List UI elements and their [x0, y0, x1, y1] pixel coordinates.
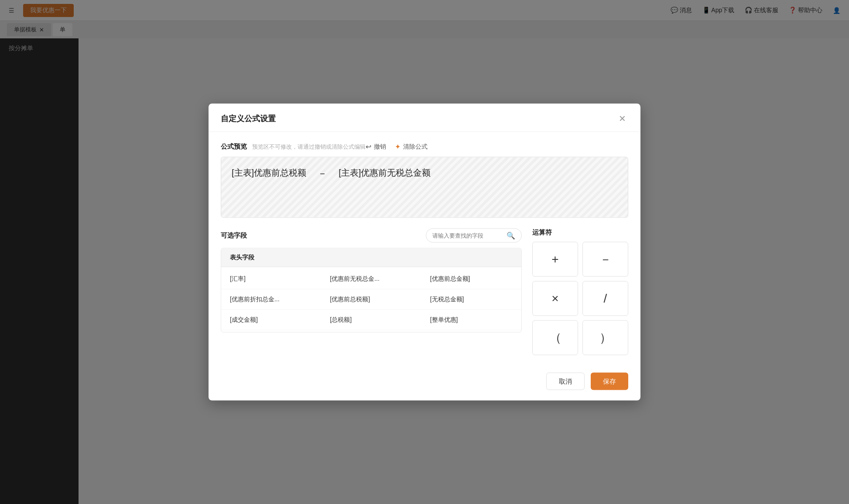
formula-operator: － — [314, 167, 331, 180]
formula-preview-box: [主表]优惠前总税额 － [主表]优惠前无税总金额 — [221, 157, 628, 218]
dialog-footer: 取消 保存 — [209, 366, 640, 401]
operators-title: 运算符 — [532, 228, 628, 237]
lower-section: 可选字段 🔍 表头字段 [汇率] [优惠前无税总金... [优惠前总金额] — [221, 228, 628, 355]
clear-label: 清除公式 — [403, 143, 428, 150]
dialog-close-button[interactable]: ✕ — [616, 112, 628, 125]
fields-panel: 可选字段 🔍 表头字段 [汇率] [优惠前无税总金... [优惠前总金额] — [221, 228, 522, 355]
formula-preview-label: 公式预览 — [221, 143, 247, 151]
field-item[interactable]: [优惠前折扣总金... — [221, 289, 321, 310]
fields-grid: [汇率] [优惠前无税总金... [优惠前总金额] [优惠前折扣总金... [优… — [221, 267, 521, 332]
operator-plus[interactable]: + — [532, 242, 578, 277]
formula-part1: [主表]优惠前总税额 — [232, 167, 306, 179]
fields-table: 表头字段 [汇率] [优惠前无税总金... [优惠前总金额] [优惠前折扣总金.… — [221, 248, 522, 333]
dialog-header: 自定义公式设置 ✕ — [209, 104, 640, 132]
field-item[interactable]: [汇率] — [221, 269, 321, 289]
field-item[interactable]: [整单优惠] — [421, 310, 521, 330]
clear-formula-button[interactable]: ✦ 清除公式 — [395, 143, 428, 151]
formula-actions: ↩ 撤销 ✦ 清除公式 — [366, 143, 428, 151]
formula-preview-hint: 预览区不可修改，请通过撤销或清除公式编辑 — [252, 143, 366, 150]
field-item[interactable]: [优惠前总金额] — [421, 269, 521, 289]
formula-dialog: 自定义公式设置 ✕ 公式预览 预览区不可修改，请通过撤销或清除公式编辑 ↩ 撤销… — [209, 104, 640, 401]
save-button[interactable]: 保存 — [591, 373, 628, 390]
fields-search-input[interactable] — [432, 232, 503, 239]
formula-part2: [主表]优惠前无税总金额 — [339, 167, 431, 179]
fields-search-box[interactable]: 🔍 — [426, 228, 522, 243]
field-item[interactable]: [总税额] — [321, 310, 421, 330]
field-item[interactable]: [无税总金额] — [421, 289, 521, 310]
operators-grid: + － × / （ ） — [532, 242, 628, 355]
field-item[interactable]: [优惠前无税总金... — [321, 269, 421, 289]
operator-open-paren[interactable]: （ — [532, 320, 578, 355]
operator-minus[interactable]: － — [582, 242, 628, 277]
operator-multiply[interactable]: × — [532, 281, 578, 316]
dialog-body: 公式预览 预览区不可修改，请通过撤销或清除公式编辑 ↩ 撤销 ✦ 清除公式 [主… — [209, 132, 640, 366]
cancel-button[interactable]: 取消 — [546, 373, 585, 390]
operator-divide[interactable]: / — [582, 281, 628, 316]
fields-group-header: 表头字段 — [221, 249, 521, 267]
undo-button[interactable]: ↩ 撤销 — [366, 143, 386, 151]
fields-section-label: 可选字段 — [221, 232, 247, 240]
undo-label: 撤销 — [374, 143, 386, 150]
operators-panel: 运算符 + － × / （ ） — [532, 228, 628, 355]
fields-header: 可选字段 🔍 — [221, 228, 522, 243]
field-item[interactable]: [优惠前总税额] — [321, 289, 421, 310]
operator-close-paren[interactable]: ） — [582, 320, 628, 355]
dialog-title: 自定义公式设置 — [221, 113, 276, 124]
undo-icon: ↩ — [366, 143, 371, 151]
search-icon: 🔍 — [507, 232, 515, 240]
formula-preview-header: 公式预览 预览区不可修改，请通过撤销或清除公式编辑 ↩ 撤销 ✦ 清除公式 — [221, 143, 628, 151]
clear-icon: ✦ — [395, 143, 401, 151]
field-item[interactable]: [成交金额] — [221, 310, 321, 330]
